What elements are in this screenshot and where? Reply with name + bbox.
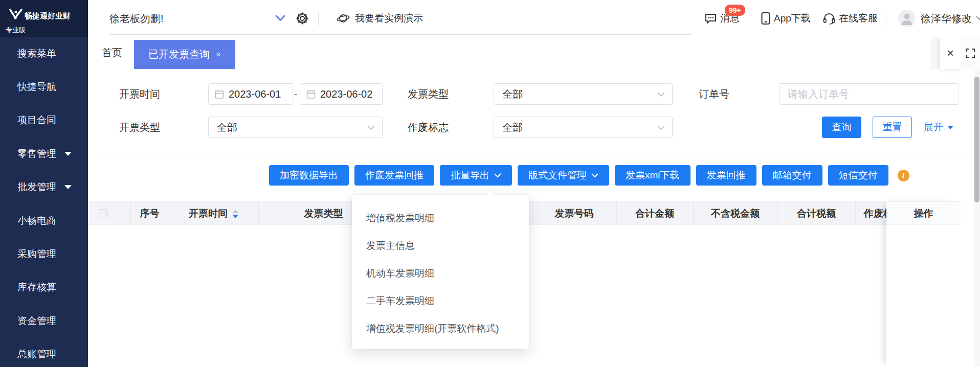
filter-divider [98, 154, 968, 154]
encrypted-export-button[interactable]: 加密数据导出 [269, 165, 349, 186]
topbar: 徐老板勿删! 我要看实例演示 消息 99+ [88, 0, 980, 37]
chevron-down-icon [657, 92, 665, 97]
menu-item-vat-invoice-detail-software-format[interactable]: 增值税发票明细(开票软件格式) [352, 315, 529, 342]
tab-invoice-query[interactable]: 已开发票查询 × [134, 40, 235, 69]
menu-item-used-car-invoice-detail[interactable]: 二手车发票明细 [352, 287, 529, 315]
username[interactable]: 徐泽华修改 [921, 0, 972, 37]
column-total-tax[interactable]: 合计税额 [777, 202, 855, 225]
chevron-down-icon [64, 152, 72, 156]
order-no-input[interactable] [779, 83, 959, 105]
invoice-date-to-input[interactable]: 2023-06-02 [300, 83, 383, 105]
issue-type-select[interactable]: 全部 [208, 117, 383, 138]
headset-icon [822, 12, 836, 25]
fullscreen-icon [965, 48, 975, 58]
invoice-xml-download-button[interactable]: 发票xml下载 [615, 165, 691, 186]
tab-home[interactable]: 首页 [102, 37, 122, 69]
toolbar: 加密数据导出 作废发票回推 批量导出 版式文件管理 发票xml下载 发票回推 邮… [269, 165, 909, 186]
chevron-down-icon [64, 185, 72, 189]
sidebar-menu: 搜索菜单 快捷导航 项目合同 零售管理 批发管理 小畅电商 采购管理 库存核算 … [0, 37, 88, 367]
column-amount-excl-tax[interactable]: 不含税金额 [693, 202, 777, 225]
sidebar-item-quick-nav[interactable]: 快捷导航 [0, 70, 88, 103]
chevron-down-icon[interactable] [976, 16, 980, 20]
close-icon: × [947, 46, 954, 60]
column-invoice-number[interactable]: 发票号码 [532, 202, 616, 225]
reset-button[interactable]: 重置 [873, 117, 912, 138]
expand-link[interactable]: 展开 [924, 117, 953, 138]
select-all-checkbox[interactable] [99, 209, 108, 218]
chevron-down-icon [367, 125, 375, 130]
chevron-down-icon[interactable] [275, 15, 285, 21]
void-flag-label: 作废标志 [408, 117, 449, 138]
sidebar-item-general-ledger[interactable]: 总账管理 [0, 338, 88, 367]
batch-export-button[interactable]: 批量导出 [440, 165, 512, 186]
sidebar-item-wholesale-mgmt[interactable]: 批发管理 [0, 171, 88, 204]
messages-badge: 99+ [725, 5, 745, 16]
chevron-down-icon [657, 125, 665, 130]
sidebar-item-search-menu[interactable]: 搜索菜单 [0, 37, 88, 70]
issue-type-label: 开票类型 [119, 117, 160, 138]
account-select[interactable]: 徐老板勿删! [109, 0, 164, 37]
menu-item-motor-vehicle-invoice-detail[interactable]: 机动车发票明细 [352, 260, 529, 287]
info-icon[interactable]: i [898, 170, 909, 181]
layout-file-mgmt-button[interactable]: 版式文件管理 [518, 165, 609, 186]
void-flag-select[interactable]: 全部 [494, 117, 673, 138]
content-area: 开票时间 2023-06-01 - 2023-06-02 发票类型 全部 订单号… [88, 69, 980, 367]
brand-logo-icon [8, 7, 24, 23]
sidebar: 畅捷通好业财 专业版 搜索菜单 快捷导航 项目合同 零售管理 批发管理 小畅电商… [0, 0, 88, 367]
tab-bar: 首页 已开发票查询 × × [88, 37, 980, 69]
column-total-amount[interactable]: 合计金额 [616, 202, 693, 225]
close-page-button[interactable]: × [940, 37, 961, 69]
vertical-scrollbar[interactable] [974, 70, 980, 367]
sidebar-item-xiaochang-ecommerce[interactable]: 小畅电商 [0, 204, 88, 237]
scrollbar-thumb[interactable] [974, 77, 979, 202]
invoice-type-select[interactable]: 全部 [494, 83, 673, 105]
invoice-type-label: 发票类型 [408, 83, 449, 105]
demo-link[interactable]: 我要看实例演示 [337, 0, 423, 37]
calendar-icon [215, 89, 224, 99]
messages-button[interactable]: 消息 99+ [704, 0, 740, 37]
sort-ascending-icon[interactable] [232, 210, 238, 213]
message-icon [704, 12, 717, 25]
invoice-date-label: 开票时间 [119, 83, 160, 105]
online-support-button[interactable]: 在线客服 [822, 0, 878, 37]
app-download-button[interactable]: App下载 [761, 0, 811, 37]
chevron-down-icon [494, 173, 501, 178]
brand-name: 畅捷通好业财 [25, 11, 71, 21]
phone-icon [761, 12, 771, 25]
gear-icon[interactable] [296, 12, 309, 25]
app-window: 畅捷通好业财 专业版 搜索菜单 快捷导航 项目合同 零售管理 批发管理 小畅电商… [0, 0, 980, 367]
topbar-divider [886, 11, 886, 26]
email-delivery-button[interactable]: 邮箱交付 [762, 165, 822, 186]
topbar-divider [318, 11, 319, 26]
sidebar-item-inventory-accounting[interactable]: 库存核算 [0, 271, 88, 304]
sort-icons[interactable] [232, 210, 238, 218]
column-actions[interactable]: 操作 [886, 201, 961, 225]
column-invoice-time[interactable]: 开票时间 [169, 202, 258, 225]
sidebar-item-funds-mgmt[interactable]: 资金管理 [0, 304, 88, 337]
sidebar-item-project-contract[interactable]: 项目合同 [0, 104, 88, 137]
menu-item-vat-invoice-detail[interactable]: 增值税发票明细 [352, 204, 529, 232]
batch-export-menu: 增值税发票明细 发票主信息 机动车发票明细 二手车发票明细 增值税发票明细(开票… [352, 195, 529, 349]
menu-item-invoice-main-info[interactable]: 发票主信息 [352, 232, 529, 260]
chevron-down-icon [591, 173, 598, 178]
search-button[interactable]: 查询 [822, 117, 861, 138]
order-no-label: 订单号 [699, 83, 729, 105]
close-icon[interactable]: × [216, 50, 221, 59]
void-invoice-pushback-button[interactable]: 作废发票回推 [354, 165, 434, 186]
sidebar-item-purchase-mgmt[interactable]: 采购管理 [0, 237, 88, 270]
invoice-date-from-input[interactable]: 2023-06-01 [208, 83, 293, 105]
sidebar-item-retail-mgmt[interactable]: 零售管理 [0, 137, 88, 170]
sms-delivery-button[interactable]: 短信交付 [828, 165, 888, 186]
column-serial-no[interactable]: 序号 [130, 202, 169, 225]
invoice-pushback-button[interactable]: 发票回推 [696, 165, 756, 186]
avatar[interactable] [898, 10, 916, 27]
menu-caret [485, 190, 495, 199]
fullscreen-button[interactable] [961, 37, 980, 69]
sort-descending-icon[interactable] [232, 215, 238, 218]
calendar-icon [306, 89, 316, 99]
sticky-action-column: 操作 [886, 201, 961, 367]
chevron-down-icon [947, 126, 953, 129]
planet-icon [337, 13, 350, 24]
brand-edition: 专业版 [6, 26, 26, 35]
brand-logo-block: 畅捷通好业财 专业版 [0, 0, 88, 37]
